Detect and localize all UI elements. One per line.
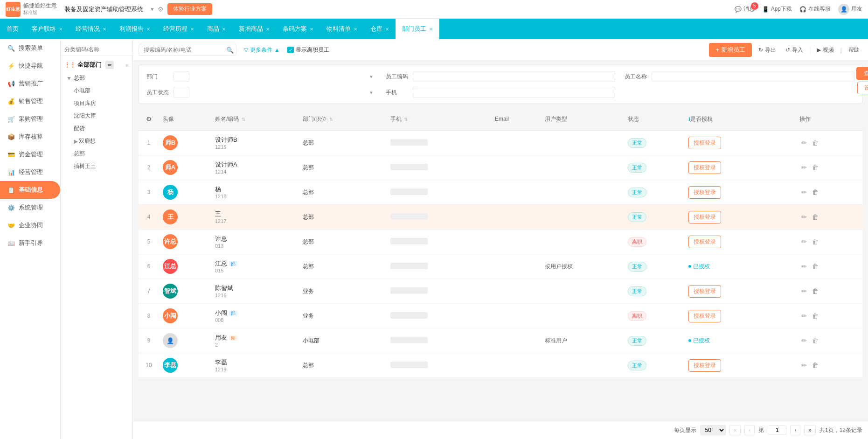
tab-home[interactable]: 首页 [0, 19, 25, 39]
view-button[interactable]: ▶ 视频 [814, 44, 837, 56]
close-icon[interactable]: ✕ [103, 27, 106, 32]
close-icon[interactable]: ✕ [310, 27, 313, 32]
delete-button[interactable]: 🗑 [810, 212, 820, 222]
delete-button[interactable]: 🗑 [810, 237, 820, 246]
close-icon[interactable]: ✕ [59, 27, 62, 32]
tab-customer[interactable]: 客户联络✕ [25, 19, 69, 39]
auth-login-button[interactable]: 授权登录 [688, 310, 721, 322]
add-employee-button[interactable]: + 新增员工 [709, 43, 751, 57]
help-button[interactable]: 帮助 [846, 44, 862, 56]
auth-login-button[interactable]: 授权登录 [688, 211, 721, 223]
close-icon[interactable]: ✕ [190, 27, 194, 32]
edit-button[interactable]: ✏ [799, 163, 809, 172]
sidebar-item-guide[interactable]: 📖 新手引导 [0, 234, 60, 252]
close-icon[interactable]: ✕ [429, 27, 433, 32]
sidebar-item-marketing[interactable]: 📢 营销推广 [0, 75, 60, 92]
tab-new-goods[interactable]: 新增商品✕ [232, 19, 276, 39]
message-item[interactable]: 💬 5 消息 [735, 5, 755, 13]
edit-button[interactable]: ✏ [799, 188, 809, 197]
last-page-button[interactable]: » [804, 425, 816, 435]
auth-login-button[interactable]: 授权登录 [688, 137, 721, 149]
close-icon[interactable]: ✕ [385, 27, 389, 32]
app-download-item[interactable]: 📱 App下载 [762, 5, 792, 13]
dept-node-small-elec[interactable]: 小电部 [61, 84, 132, 97]
dept-node-headquarters[interactable]: 总部 [61, 147, 132, 160]
auth-login-button[interactable]: 授权登录 [688, 285, 721, 298]
sidebar-item-basic[interactable]: 📋 基础信息 [0, 181, 60, 199]
sidebar-item-purchase[interactable]: 🛒 采购管理 [0, 110, 60, 128]
sidebar-item-inventory[interactable]: 📦 库存核算 [0, 128, 60, 146]
edit-button[interactable]: ✏ [799, 212, 809, 222]
tab-bom[interactable]: 物料清单✕ [320, 19, 364, 39]
tab-operation[interactable]: 经营情况✕ [69, 19, 113, 39]
dept-node-shuangluxiang[interactable]: ▶双鹿想 [61, 135, 132, 147]
sidebar-item-finance[interactable]: 💳 资金管理 [0, 146, 60, 163]
delete-button[interactable]: 🗑 [810, 262, 820, 271]
sidebar-item-operation[interactable]: 📊 经营管理 [0, 163, 60, 181]
delete-button[interactable]: 🗑 [810, 188, 820, 197]
delete-button[interactable]: 🗑 [810, 138, 820, 147]
sidebar-item-quick[interactable]: ⚡ 快捷导航 [0, 57, 60, 75]
delete-button[interactable]: 🗑 [810, 311, 820, 321]
dept-edit-icon[interactable]: ✏ [105, 61, 114, 69]
close-icon[interactable]: ✕ [222, 27, 226, 32]
dept-search-input[interactable] [64, 46, 133, 53]
delete-button[interactable]: 🗑 [810, 286, 820, 296]
export-button[interactable]: ↻ 导出 [756, 44, 779, 56]
reset-button[interactable]: 设置 [857, 82, 868, 94]
query-button[interactable]: 查询 [856, 67, 868, 80]
auth-login-button[interactable]: 授权登录 [688, 236, 721, 248]
dept-collapse-icon[interactable]: « [125, 62, 129, 69]
column-setting-icon[interactable]: ⚙ [142, 112, 155, 125]
next-page-button[interactable]: › [790, 425, 800, 435]
delete-button[interactable]: 🗑 [810, 361, 820, 370]
tab-employees[interactable]: 部门员工✕ [396, 19, 439, 39]
dropdown-icon[interactable]: ▾ [151, 6, 154, 13]
tab-history[interactable]: 经营历程✕ [157, 19, 201, 39]
sidebar-item-search[interactable]: 🔍 搜索菜单 [0, 39, 60, 57]
edit-button[interactable]: ✏ [799, 311, 809, 321]
online-service-item[interactable]: 🎧 在线客服 [799, 5, 831, 13]
tab-profit[interactable]: 利润报告✕ [113, 19, 157, 39]
tab-goods[interactable]: 商品✕ [201, 19, 232, 39]
dept-node-shenyang[interactable]: 沈阳大库 [61, 110, 132, 122]
edit-button[interactable]: ✏ [799, 336, 809, 345]
filter-more-button[interactable]: ▽ 更多条件 ▲ [240, 44, 284, 56]
dept-node-general[interactable]: ▼ 总部 [61, 72, 132, 84]
edit-button[interactable]: ✏ [799, 237, 809, 246]
tab-warehouse[interactable]: 仓库✕ [364, 19, 396, 39]
edit-button[interactable]: ✏ [799, 262, 809, 271]
auth-login-button[interactable]: 授权登录 [688, 161, 721, 174]
trial-button[interactable]: 体验行业方案 [167, 3, 212, 15]
edit-button[interactable]: ✏ [799, 361, 809, 370]
close-icon[interactable]: ✕ [354, 27, 357, 32]
import-button[interactable]: ↺ 导入 [783, 44, 806, 56]
first-page-button[interactable]: « [729, 425, 741, 435]
employee-code-input[interactable] [413, 71, 616, 82]
delete-button[interactable]: 🗑 [810, 163, 820, 172]
phone-input[interactable] [413, 87, 616, 98]
dept-node-chashuwangsan[interactable]: 插树王三 [61, 160, 132, 173]
settings-icon[interactable]: ⚙ [158, 6, 164, 13]
show-resigned-check[interactable]: ✓ 显示离职员工 [287, 46, 329, 54]
close-icon[interactable]: ✕ [146, 27, 150, 32]
dept-node-project[interactable]: 项目库房 [61, 97, 132, 110]
delete-button[interactable]: 🗑 [810, 336, 820, 345]
status-select[interactable] [174, 87, 189, 98]
search-submit-icon[interactable]: 🔍 [226, 47, 234, 54]
dept-node-distribution[interactable]: 配货 [61, 122, 132, 135]
employee-name-input[interactable] [652, 71, 854, 82]
close-icon[interactable]: ✕ [266, 27, 270, 32]
sidebar-item-collab[interactable]: 🤝 企业协同 [0, 216, 60, 234]
page-number-input[interactable] [768, 425, 786, 435]
user-item[interactable]: 👤 用友 [838, 4, 862, 15]
auth-login-button[interactable]: 授权登录 [688, 186, 721, 199]
sidebar-item-system[interactable]: ⚙️ 系统管理 [0, 199, 60, 216]
edit-button[interactable]: ✏ [799, 138, 809, 147]
sidebar-item-sales[interactable]: 💰 销售管理 [0, 92, 60, 110]
search-input[interactable] [139, 44, 236, 56]
tab-barcode[interactable]: 条码方案✕ [276, 19, 320, 39]
dept-select[interactable] [174, 71, 189, 82]
per-page-select[interactable]: 50 20 100 [700, 425, 726, 435]
edit-button[interactable]: ✏ [799, 286, 809, 296]
